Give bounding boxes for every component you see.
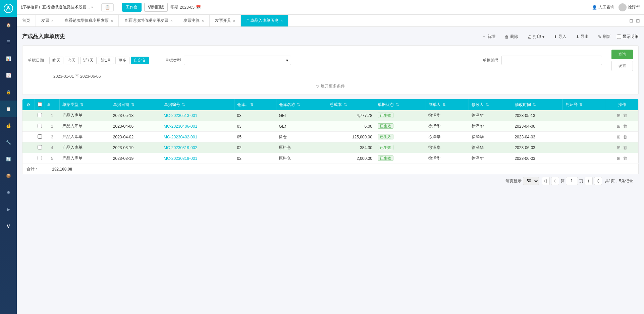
copy-btn[interactable]: 📋 xyxy=(101,3,114,11)
tab-purchase-invoice-close[interactable]: × xyxy=(170,19,172,23)
switch-version-btn[interactable]: 切到旧版 xyxy=(144,3,168,12)
td-number-1[interactable]: MC-20230406-001 xyxy=(161,121,234,132)
row-checkbox-4[interactable] xyxy=(38,156,42,160)
number-input[interactable] xyxy=(501,56,602,65)
tab-purchase-invoice[interactable]: 查看进项增值税专用发票 × xyxy=(119,15,178,27)
delete-icon-0[interactable]: 🗑 xyxy=(623,113,627,118)
td-number-2[interactable]: MC-20230402-001 xyxy=(161,132,234,142)
tab-home[interactable]: 首页 xyxy=(17,15,36,27)
delete-icon-3[interactable]: 🗑 xyxy=(623,145,627,150)
delete-icon-1[interactable]: 🗑 xyxy=(623,124,627,129)
delete-icon-4[interactable]: 🗑 xyxy=(623,156,627,161)
td-checkbox-2[interactable] xyxy=(35,132,45,142)
th-cost[interactable]: 总成本 ⇅ xyxy=(327,99,375,110)
type-select[interactable]: ▾ xyxy=(184,56,291,65)
last-page-btn[interactable]: ⟩⟩ xyxy=(594,177,602,185)
td-checkbox-1[interactable] xyxy=(35,121,45,132)
th-settings[interactable]: ⚙ xyxy=(22,99,35,110)
prev-page-btn[interactable]: ⟨ xyxy=(551,177,559,185)
date-1month-btn[interactable]: 近1月 xyxy=(98,57,114,64)
th-checkbox[interactable] xyxy=(35,99,45,110)
export-btn[interactable]: ⬇ 导出 xyxy=(573,32,592,41)
edit-icon-4[interactable]: ⊞ xyxy=(617,156,621,161)
page-input[interactable] xyxy=(566,177,578,185)
th-voucher[interactable]: 凭证号 ⇅ xyxy=(563,99,606,110)
tab-invoice[interactable]: 发票 × xyxy=(36,15,59,27)
app-logo[interactable] xyxy=(0,0,17,17)
show-detail-checkbox[interactable] xyxy=(617,35,621,39)
show-detail-label[interactable]: 显示明细 xyxy=(617,34,639,40)
td-number-link-4[interactable]: MC-20230319-001 xyxy=(164,156,197,161)
delete-btn[interactable]: 🗑 删除 xyxy=(501,32,522,41)
tab-sales-invoice-close[interactable]: × xyxy=(111,19,113,23)
edit-icon-0[interactable]: ⊞ xyxy=(617,113,621,118)
edit-icon-3[interactable]: ⊞ xyxy=(617,145,621,150)
td-number-link-3[interactable]: MC-20230319-002 xyxy=(164,145,197,150)
tab-invoice-close[interactable]: × xyxy=(51,19,53,23)
help-btn[interactable]: 👤 人工咨询 xyxy=(592,4,614,10)
sidebar-item-chart[interactable]: 📊 xyxy=(0,50,17,67)
th-modify-time[interactable]: 修改时间 ⇅ xyxy=(512,99,562,110)
th-wh-code[interactable]: 仓库... ⇅ xyxy=(234,99,276,110)
th-creator[interactable]: 制单人 ⇅ xyxy=(426,99,469,110)
date-more-btn[interactable]: 更多 xyxy=(115,57,129,64)
th-status[interactable]: 单据状态 ⇅ xyxy=(375,99,426,110)
tab-invoice-open-close[interactable]: × xyxy=(233,19,235,23)
per-page-select[interactable]: 50 100 200 xyxy=(523,177,539,185)
new-btn[interactable]: ＋ 新增 xyxy=(479,32,499,41)
tab-invoice-calc-close[interactable]: × xyxy=(202,19,204,23)
sidebar-item-docs[interactable]: 📋 xyxy=(0,101,17,117)
query-btn[interactable]: 查询 xyxy=(611,50,633,59)
td-checkbox-0[interactable] xyxy=(35,110,45,121)
tab-sales-invoice[interactable]: 查看销项增值税专用发票 × xyxy=(59,15,118,27)
sidebar-item-settings[interactable]: ⚙ xyxy=(0,184,17,201)
td-number-link-2[interactable]: MC-20230402-001 xyxy=(164,135,197,139)
next-page-btn[interactable]: ⟩ xyxy=(585,177,593,185)
sidebar-item-lock[interactable]: 🔒 xyxy=(0,84,17,101)
th-date[interactable]: 单据日期 ⇅ xyxy=(110,99,161,110)
tab-product-inbound[interactable]: 产成品入库单历史 × xyxy=(241,15,288,27)
print-btn[interactable]: 🖨 打印 ▾ xyxy=(524,32,548,41)
sidebar-item-menu[interactable]: ☰ xyxy=(0,34,17,50)
th-type[interactable]: 单据类型 ⇅ xyxy=(60,99,110,110)
date-custom-btn[interactable]: 自定义 xyxy=(131,57,149,64)
sidebar-item-inventory[interactable]: 📦 xyxy=(0,168,17,184)
th-wh-name[interactable]: 仓库名称 ⇅ xyxy=(276,99,327,110)
th-number[interactable]: 单据编号 ⇅ xyxy=(161,99,234,110)
td-number-4[interactable]: MC-20230319-001 xyxy=(161,153,234,164)
tab-invoice-calc[interactable]: 发票测算 × xyxy=(178,15,209,27)
sidebar-item-tools[interactable]: 🔧 xyxy=(0,134,17,151)
date-yesterday-btn[interactable]: 昨天 xyxy=(49,57,63,64)
tab-product-inbound-close[interactable]: × xyxy=(280,19,282,23)
row-checkbox-3[interactable] xyxy=(38,145,42,149)
sidebar-item-home[interactable]: 🏠 xyxy=(0,17,17,34)
td-checkbox-4[interactable] xyxy=(35,153,45,164)
sidebar-item-video[interactable]: ▶ xyxy=(0,201,17,218)
sidebar-item-finance[interactable]: 💰 xyxy=(0,117,17,134)
first-page-btn[interactable]: ⟨⟨ xyxy=(542,177,550,185)
td-number-3[interactable]: MC-20230319-002 xyxy=(161,142,234,153)
sidebar-item-stats[interactable]: 📈 xyxy=(0,67,17,84)
td-number-link-1[interactable]: MC-20230406-001 xyxy=(164,124,197,129)
delete-icon-2[interactable]: 🗑 xyxy=(623,134,627,139)
edit-icon-1[interactable]: ⊞ xyxy=(617,124,621,129)
row-checkbox-2[interactable] xyxy=(38,134,42,139)
user-menu[interactable]: 徐泽华 xyxy=(619,3,640,11)
sidebar-item-v[interactable]: V xyxy=(0,218,17,235)
td-number-link-0[interactable]: MC-20230513-001 xyxy=(164,113,197,118)
tab-invoice-open[interactable]: 发票开具 × xyxy=(210,15,241,27)
row-checkbox-0[interactable] xyxy=(38,113,42,117)
workbench-btn[interactable]: 工作台 xyxy=(122,3,142,12)
date-today-btn[interactable]: 今天 xyxy=(65,57,79,64)
tab-maximize-icon[interactable]: ⊞ xyxy=(636,18,640,23)
th-modifier[interactable]: 修改人 ⇅ xyxy=(469,99,512,110)
refresh-btn[interactable]: ↻ 刷新 xyxy=(595,32,614,41)
import-btn[interactable]: ⬆ 导入 xyxy=(550,32,570,41)
expand-more-btn[interactable]: ▽ 展开更多条件 xyxy=(28,82,633,90)
td-number-0[interactable]: MC-20230513-001 xyxy=(161,110,234,121)
row-checkbox-1[interactable] xyxy=(38,124,42,128)
company-selector[interactable]: (库存核算）直播轻绿通信息技术股份... ▾ xyxy=(21,4,93,10)
sidebar-item-sync[interactable]: 🔄 xyxy=(0,151,17,168)
td-checkbox-3[interactable] xyxy=(35,142,45,153)
setting-btn[interactable]: 设置 xyxy=(611,61,633,71)
